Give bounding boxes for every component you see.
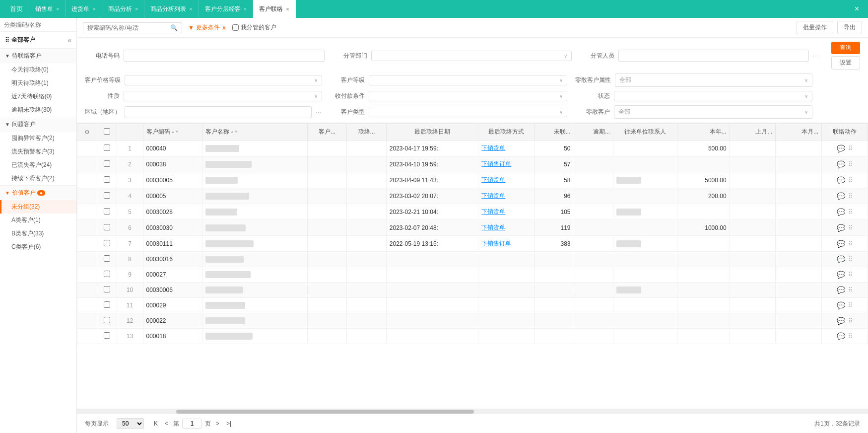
grid-menu-icon[interactable]: ⠿ bbox=[848, 302, 853, 309]
grid-menu-icon[interactable]: ⠿ bbox=[848, 333, 853, 340]
sidebar-item-tomorrow[interactable]: 明天待联络(1) bbox=[0, 76, 76, 90]
region-dots-icon[interactable]: ··· bbox=[316, 109, 322, 116]
close-tab-customer-contact[interactable]: × bbox=[286, 6, 289, 12]
grid-menu-icon[interactable]: ⠿ bbox=[848, 145, 853, 152]
sidebar-item-churn-warning[interactable]: 流失预警客户(3) bbox=[0, 145, 76, 158]
method-link[interactable]: 下销售订单 bbox=[481, 240, 511, 247]
select-all-checkbox[interactable] bbox=[104, 128, 110, 135]
chat-icon[interactable]: 💬 bbox=[837, 332, 845, 340]
grid-menu-icon[interactable]: ⠿ bbox=[848, 256, 853, 263]
filter-manager-input[interactable] bbox=[618, 50, 809, 62]
reset-button[interactable]: 设置 bbox=[831, 56, 860, 70]
method-link[interactable]: 下销货单 bbox=[481, 208, 505, 215]
chat-icon[interactable]: 💬 bbox=[837, 160, 845, 168]
export-button[interactable]: 导出 bbox=[837, 21, 862, 34]
sidebar-item-today[interactable]: 今天待联络(0) bbox=[0, 63, 76, 76]
sidebar-item-class-c[interactable]: C类客户(6) bbox=[0, 240, 76, 254]
nav-home[interactable]: 首页 bbox=[4, 0, 29, 18]
filter-status-select[interactable]: ∨ bbox=[614, 91, 812, 101]
close-tab-purchase[interactable]: × bbox=[92, 6, 95, 12]
chat-icon[interactable]: 💬 bbox=[837, 301, 845, 309]
row-checkbox[interactable] bbox=[104, 176, 110, 183]
chat-icon[interactable]: 💬 bbox=[837, 208, 845, 216]
sidebar-section-pending[interactable]: ▼ 待联络客户 bbox=[0, 48, 76, 63]
chat-icon[interactable]: 💬 bbox=[837, 176, 845, 184]
nav-tab-analysis[interactable]: 商品分析 × bbox=[102, 0, 144, 18]
method-link[interactable]: 下销货单 bbox=[481, 192, 505, 199]
filter-retail-select[interactable]: 全部 ∨ bbox=[614, 105, 812, 119]
grid-menu-icon[interactable]: ⠿ bbox=[848, 209, 853, 216]
row-checkbox[interactable] bbox=[104, 160, 110, 167]
row-checkbox[interactable] bbox=[104, 332, 110, 339]
settings-icon[interactable]: ⚙ bbox=[84, 129, 90, 136]
row-checkbox[interactable] bbox=[104, 192, 110, 199]
filter-cust-type-select[interactable]: ∨ bbox=[369, 107, 567, 117]
more-conditions-button[interactable]: ▼ 更多条件 ∧ bbox=[188, 23, 226, 32]
my-customers-check[interactable] bbox=[232, 24, 239, 31]
sidebar-item-declining[interactable]: 持续下滑客户(2) bbox=[0, 172, 76, 185]
nav-tab-purchase[interactable]: 进货单 × bbox=[66, 0, 102, 18]
row-checkbox[interactable] bbox=[104, 255, 110, 262]
grid-menu-icon[interactable]: ⠿ bbox=[848, 161, 853, 168]
filter-price-level-select[interactable]: ∨ bbox=[125, 75, 322, 85]
sidebar-item-churned[interactable]: 已流失客户(24) bbox=[0, 158, 76, 172]
sidebar-item-class-b[interactable]: B类客户(33) bbox=[0, 227, 76, 240]
batch-operation-button[interactable]: 批量操作 bbox=[797, 21, 833, 34]
method-link[interactable]: 下销售订单 bbox=[481, 160, 511, 167]
method-link[interactable]: 下销货单 bbox=[481, 176, 505, 183]
filter-region-input[interactable] bbox=[125, 106, 312, 118]
name-sort-icon[interactable]: ▲▼ bbox=[230, 130, 238, 134]
window-close-button[interactable]: × bbox=[850, 4, 864, 13]
chat-icon[interactable]: 💬 bbox=[837, 224, 845, 232]
row-checkbox[interactable] bbox=[104, 301, 110, 308]
row-checkbox[interactable] bbox=[104, 317, 110, 323]
chat-icon[interactable]: 💬 bbox=[837, 144, 845, 152]
manager-dots-icon[interactable]: ··· bbox=[813, 52, 819, 59]
grid-menu-icon[interactable]: ⠿ bbox=[848, 224, 853, 231]
nav-tab-customer-contact[interactable]: 客户联络 × bbox=[253, 0, 295, 18]
sidebar-section-problem[interactable]: ▼ 问题客户 bbox=[0, 117, 76, 132]
filter-payment-select[interactable]: ∨ bbox=[369, 91, 567, 101]
chat-icon[interactable]: 💬 bbox=[837, 240, 845, 248]
sidebar-collapse-icon[interactable]: « bbox=[67, 36, 71, 44]
chat-icon[interactable]: 💬 bbox=[837, 317, 845, 325]
sidebar-item-overdue[interactable]: 逾期未联络(30) bbox=[0, 103, 76, 117]
row-checkbox[interactable] bbox=[104, 271, 110, 277]
code-sort-icon[interactable]: ▲▼ bbox=[171, 130, 179, 134]
first-page-button[interactable]: K bbox=[152, 419, 160, 428]
grid-menu-icon[interactable]: ⠿ bbox=[848, 193, 853, 200]
method-link[interactable]: 下销货单 bbox=[481, 224, 505, 231]
sidebar-section-value[interactable]: ▼ 价值客户 ● bbox=[0, 185, 76, 200]
grid-menu-icon[interactable]: ⠿ bbox=[848, 177, 853, 184]
last-page-button[interactable]: >| bbox=[224, 419, 233, 428]
filter-cust-level-select[interactable]: ∨ bbox=[369, 75, 567, 85]
sidebar-all-customers[interactable]: ⠿ 全部客户 « bbox=[0, 32, 76, 48]
sidebar-item-7days[interactable]: 近7天待联络(0) bbox=[0, 90, 76, 103]
close-tab-customer-tier[interactable]: × bbox=[244, 6, 247, 12]
row-checkbox[interactable] bbox=[104, 286, 110, 292]
close-tab-sales[interactable]: × bbox=[56, 6, 59, 12]
th-settings[interactable]: ⚙ bbox=[77, 124, 97, 141]
filter-dept-select[interactable]: ∨ bbox=[371, 51, 572, 61]
sidebar-item-class-a[interactable]: A类客户(1) bbox=[0, 214, 76, 227]
close-tab-analysis[interactable]: × bbox=[135, 6, 138, 12]
filter-retail-attr-select[interactable]: 全部 ∨ bbox=[615, 73, 812, 87]
chat-icon[interactable]: 💬 bbox=[837, 255, 845, 263]
prev-page-button[interactable]: < bbox=[163, 419, 170, 428]
chat-icon[interactable]: 💬 bbox=[837, 286, 845, 294]
nav-tab-sales[interactable]: 销售单 × bbox=[29, 0, 66, 18]
grid-menu-icon[interactable]: ⠿ bbox=[848, 240, 853, 247]
row-checkbox[interactable] bbox=[104, 224, 110, 230]
sidebar-item-ungroup[interactable]: 未分组(32) bbox=[0, 200, 76, 214]
query-button[interactable]: 查询 bbox=[831, 42, 860, 54]
sidebar-item-hoarding[interactable]: 囤购异常客户(2) bbox=[0, 132, 76, 145]
row-checkbox[interactable] bbox=[104, 240, 110, 246]
main-search-input[interactable] bbox=[87, 24, 170, 31]
per-page-select[interactable]: 50 100 200 bbox=[117, 418, 144, 429]
chat-icon[interactable]: 💬 bbox=[837, 271, 845, 279]
filter-nature-select[interactable]: ∨ bbox=[124, 91, 322, 101]
grid-menu-icon[interactable]: ⠿ bbox=[848, 317, 853, 324]
close-tab-analysis-list[interactable]: × bbox=[189, 6, 192, 12]
table-scrollbar[interactable] bbox=[77, 409, 868, 414]
nav-tab-customer-tier[interactable]: 客户分层经客 × bbox=[199, 0, 253, 18]
